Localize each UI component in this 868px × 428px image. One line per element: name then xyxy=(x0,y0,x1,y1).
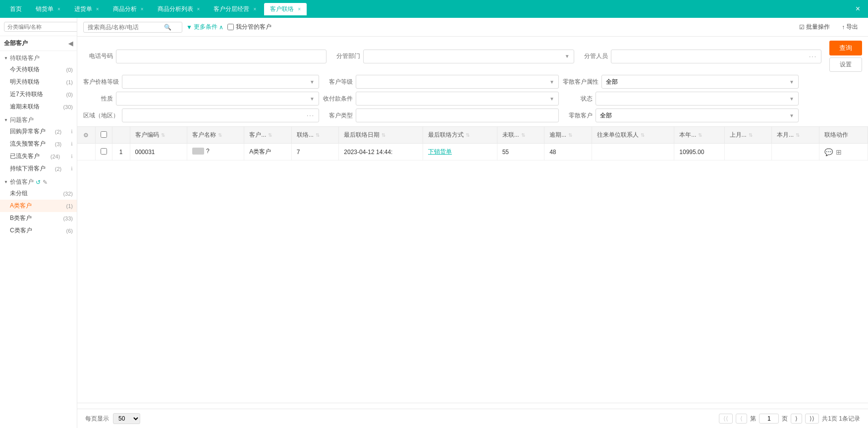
field-person: 分管人员 ··· xyxy=(578,50,821,63)
sidebar-collapse-icon[interactable]: ◀ xyxy=(68,40,73,47)
last-method-value[interactable]: 下销货单 xyxy=(428,148,452,155)
sidebar-item-overdue-contact[interactable]: 逾期未联络 (30) xyxy=(0,101,77,113)
nature-select[interactable]: ▼ xyxy=(116,92,319,106)
th-name-sort[interactable]: ⇅ xyxy=(218,132,222,138)
select-all-checkbox[interactable] xyxy=(101,131,107,138)
info-icon3: ℹ xyxy=(71,154,73,159)
cust-type-input[interactable] xyxy=(356,108,559,122)
sidebar-item-7day-contact[interactable]: 近7天待联络 (0) xyxy=(0,88,77,101)
row-checkbox[interactable] xyxy=(101,148,107,155)
th-method-sort[interactable]: ⇅ xyxy=(466,132,470,138)
filter-more-btn[interactable]: ▼ 更多条件 ∧ xyxy=(186,23,223,31)
th-unit-contacts-sort[interactable]: ⇅ xyxy=(641,132,645,138)
horizontal-scrollbar[interactable] xyxy=(77,403,868,409)
filter-search-box[interactable]: 🔍 xyxy=(83,22,182,33)
my-customers-checkbox[interactable] xyxy=(227,24,234,30)
tab-analysis-list[interactable]: 商品分析列表 × xyxy=(152,3,206,15)
th-last-month: 上月... ⇅ xyxy=(724,127,771,144)
th-code-sort[interactable]: ⇅ xyxy=(161,132,165,138)
page-size-select[interactable]: 50 100 xyxy=(113,413,140,424)
page-number-input[interactable] xyxy=(759,414,779,424)
status-select[interactable]: ▼ xyxy=(596,92,799,106)
filter-row-2: 客户价格等级 ▼ 客户等级 ▼ 零散客户属性 全部 xyxy=(83,75,862,89)
sidebar-item-c-class[interactable]: C类客户 (6) xyxy=(0,224,77,237)
field-price-level: 客户价格等级 ▼ xyxy=(83,75,319,89)
main-layout: 🔍 全部客户 ◀ ▼ 待联络客户 今天待联络 (0) 明天待联络 (1) 近7天… xyxy=(0,18,868,428)
th-contact: 联络... ⇅ xyxy=(291,127,338,144)
retail-attr-arrow: ▼ xyxy=(789,79,794,85)
prev-page-btn[interactable]: ⟨ xyxy=(736,414,747,424)
tab-sales-close[interactable]: × xyxy=(57,6,60,12)
price-level-select[interactable]: ▼ xyxy=(122,75,319,89)
qr-action-icon[interactable]: ⊞ xyxy=(836,148,842,156)
total-records-info: 共1页 1条记录 xyxy=(822,415,860,423)
sidebar-item-a-class[interactable]: A类客户 (1) xyxy=(0,200,77,212)
query-action-buttons: 查询 设置 xyxy=(829,41,862,72)
tab-customer-tier-close[interactable]: × xyxy=(253,6,256,12)
sidebar-item-today-contact[interactable]: 今天待联络 (0) xyxy=(0,63,77,76)
next-page-btn[interactable]: ⟩ xyxy=(791,414,802,424)
tab-customer-contact-close[interactable]: × xyxy=(298,6,301,12)
retail-cust-select[interactable]: 全部 ▼ xyxy=(596,108,799,122)
chat-action-icon[interactable]: 💬 xyxy=(824,148,833,156)
tab-purchase-close[interactable]: × xyxy=(96,6,99,12)
tab-analysis[interactable]: 商品分析 × xyxy=(107,3,150,15)
th-gear[interactable]: ⚙ xyxy=(77,127,95,144)
tab-home[interactable]: 首页 xyxy=(4,3,28,15)
sidebar-item-tomorrow-contact[interactable]: 明天待联络 (1) xyxy=(0,76,77,88)
th-actions: 联络动作 xyxy=(819,127,868,144)
person-select[interactable]: ··· xyxy=(611,50,821,63)
sidebar-item-repurchase-abnormal[interactable]: 回购异常客户 (2) ℹ xyxy=(0,125,77,138)
customer-name-container: ? xyxy=(192,148,210,155)
tab-analysis-close[interactable]: × xyxy=(141,6,144,12)
tab-customer-tier[interactable]: 客户分层经营 × xyxy=(208,3,262,15)
field-phone: 电话号码 xyxy=(83,50,326,63)
sidebar-item-declining[interactable]: 持续下滑客户 (2) ℹ xyxy=(0,162,77,175)
info-icon2: ℹ xyxy=(71,141,73,147)
tab-analysis-list-close[interactable]: × xyxy=(197,6,200,12)
tab-customer-contact[interactable]: 客户联络 × xyxy=(264,3,307,15)
th-year-sort[interactable]: ⇅ xyxy=(698,132,702,138)
overdue-value: 48 xyxy=(549,149,556,156)
th-lmonth-sort[interactable]: ⇅ xyxy=(749,132,753,138)
th-num xyxy=(112,127,130,144)
sidebar-item-churn-warning[interactable]: 流失预警客户 (3) ℹ xyxy=(0,138,77,150)
sidebar: 🔍 全部客户 ◀ ▼ 待联络客户 今天待联络 (0) 明天待联络 (1) 近7天… xyxy=(0,18,77,428)
sidebar-item-b-class[interactable]: B类客户 (33) xyxy=(0,212,77,224)
sidebar-item-churned[interactable]: 已流失客户 (24) ℹ xyxy=(0,150,77,162)
batch-ops-btn[interactable]: ☑ 批量操作 xyxy=(795,21,834,33)
th-date-sort[interactable]: ⇅ xyxy=(381,132,385,138)
sidebar-item-ungrouped[interactable]: 未分组 (32) xyxy=(0,187,77,200)
filter-search-input[interactable] xyxy=(88,24,162,31)
field-retail-cust-label: 零散客户 xyxy=(563,111,593,120)
th-contact-label: 联络... xyxy=(297,131,314,139)
cust-level-select[interactable]: ▼ xyxy=(356,75,559,89)
query-button[interactable]: 查询 xyxy=(829,41,862,55)
value-group-refresh-icon[interactable]: ↺ xyxy=(36,179,41,186)
first-page-btn[interactable]: ⟨⟨ xyxy=(719,414,733,424)
th-last-contact-method: 最后联络方式 ⇅ xyxy=(423,127,497,144)
retail-attr-select[interactable]: 全部 ▼ xyxy=(601,75,799,89)
region-select[interactable]: ··· xyxy=(122,108,319,122)
my-customers-label: 我分管的客户 xyxy=(236,23,271,31)
th-overdue-sort[interactable]: ⇅ xyxy=(568,132,572,138)
field-nature-label: 性质 xyxy=(83,95,113,103)
payment-select[interactable]: ▼ xyxy=(356,92,559,106)
phone-input[interactable] xyxy=(116,50,326,63)
th-month-sort[interactable]: ⇅ xyxy=(796,132,800,138)
dept-select[interactable]: ▼ xyxy=(363,50,574,63)
sidebar-search-input[interactable] xyxy=(4,22,77,32)
tab-sales[interactable]: 销货单 × xyxy=(30,3,66,15)
customer-name-text: ? xyxy=(206,148,210,155)
tab-purchase[interactable]: 进货单 × xyxy=(68,3,105,15)
th-no-contact-sort[interactable]: ⇅ xyxy=(521,132,525,138)
th-level-sort[interactable]: ⇅ xyxy=(268,132,272,138)
th-contact-sort[interactable]: ⇅ xyxy=(316,132,320,138)
export-btn[interactable]: ↑ 导出 xyxy=(838,21,862,33)
last-page-btn[interactable]: ⟩⟩ xyxy=(805,414,819,424)
value-group-edit-icon[interactable]: ✎ xyxy=(43,179,48,186)
tab-sales-label: 销货单 xyxy=(36,5,54,13)
window-close-button[interactable]: × xyxy=(852,4,864,13)
setting-button[interactable]: 设置 xyxy=(829,57,862,72)
churned-label: 已流失客户 xyxy=(10,152,40,160)
